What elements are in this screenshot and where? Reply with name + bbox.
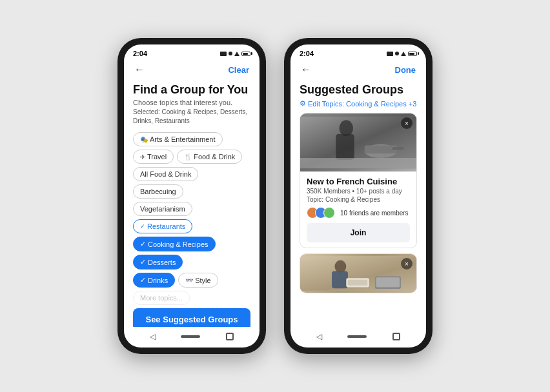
chip-restaurants-label: Restaurants — [147, 222, 185, 230]
check-icon-cooking: ✓ — [140, 240, 146, 248]
group-card-image-2: × — [300, 254, 416, 293]
done-button[interactable]: Done — [395, 65, 416, 75]
selected-text: Selected: Cooking & Recipes, Desserts, D… — [133, 108, 250, 126]
chip-travel-label: Travel — [147, 153, 167, 161]
status-bar-left: 2:04 — [124, 44, 260, 60]
nav-right: ← Done — [290, 60, 426, 79]
chip-row-4: Vegetarianism ✓ Restaurants — [133, 202, 250, 233]
signal-icon — [220, 52, 227, 56]
data-icon — [234, 52, 239, 56]
edit-topics[interactable]: ⚙ Edit Topics: Cooking & Recipes +3 — [300, 99, 417, 108]
check-icon-restaurants: ✓ — [140, 223, 145, 230]
back-button-right[interactable]: ← — [301, 64, 311, 75]
chip-arts[interactable]: 🎭 Arts & Entertainment — [133, 132, 223, 146]
page-subtitle-left: Choose topics that interest you. — [133, 99, 250, 106]
back-nav-icon[interactable]: ◁ — [150, 332, 156, 341]
svg-rect-5 — [365, 145, 397, 153]
chip-row-3: All Food & Drink Barbecuing — [133, 167, 250, 199]
svg-point-2 — [340, 120, 353, 136]
chip-style[interactable]: 👓 Style — [178, 273, 218, 288]
bottom-nav-left: ◁ — [124, 327, 260, 348]
gear-icon: ⚙ — [300, 99, 306, 108]
data-icon-r — [401, 52, 406, 56]
chip-desserts-label: Desserts — [148, 259, 176, 266]
nav-left: ← Clear — [124, 60, 260, 79]
svg-rect-6 — [392, 147, 404, 150]
svg-rect-3 — [336, 134, 354, 160]
chip-row-1: 🎭 Arts & Entertainment — [133, 132, 250, 146]
friends-row-1: 10 friends are members — [307, 207, 410, 219]
svg-rect-11 — [332, 271, 348, 288]
chip-all-food-label: All Food & Drink — [140, 170, 191, 178]
food-drink-icon: 🍴 — [184, 153, 192, 161]
back-nav-icon-r[interactable]: ◁ — [316, 332, 322, 341]
chip-all-food[interactable]: All Food & Drink — [133, 167, 198, 181]
chip-vegetarianism[interactable]: Vegetarianism — [133, 202, 192, 216]
chip-style-label: Style — [195, 277, 210, 284]
chip-drinks[interactable]: ✓ Drinks — [133, 273, 175, 288]
chip-row-6: ✓ Drinks 👓 Style — [133, 273, 250, 288]
chip-arts-label: Arts & Entertainment — [150, 135, 216, 143]
group-topic-1: Topic: Cooking & Recipes — [307, 196, 410, 203]
check-icon-drinks: ✓ — [140, 276, 146, 284]
back-button-left[interactable]: ← — [134, 64, 145, 75]
edit-topics-label: Edit Topics: Cooking & Recipes +3 — [308, 100, 416, 108]
phone-left: 2:04 ← Clear Find a Group for You Choo — [117, 38, 266, 354]
friend-avatars-1 — [307, 207, 332, 219]
chip-cooking[interactable]: ✓ Cooking & Recipes — [133, 237, 216, 251]
status-icons-right — [387, 52, 417, 56]
chip-row-more: More topics... — [133, 291, 250, 305]
chip-more: More topics... — [133, 291, 190, 305]
see-suggested-button[interactable]: See Suggested Groups — [133, 308, 250, 327]
style-icon: 👓 — [185, 277, 193, 284]
chip-restaurants[interactable]: ✓ Restaurants — [133, 219, 192, 233]
bottom-nav-right: ◁ — [290, 327, 426, 348]
dismiss-button-2[interactable]: × — [401, 258, 412, 270]
suggested-title: Suggested Groups — [300, 83, 417, 97]
signal-icon-r — [387, 52, 393, 56]
svg-rect-7 — [300, 158, 416, 168]
home-nav-icon[interactable] — [181, 335, 200, 338]
chip-food-drink[interactable]: 🍴 Food & Drink — [177, 150, 242, 164]
chip-barbecuing[interactable]: Barbecuing — [133, 184, 183, 199]
group-card-body-1: New to French Cuisine 350K Members • 10+… — [300, 172, 416, 248]
friend-avatar-3 — [323, 207, 335, 219]
scene: 2:04 ← Clear Find a Group for You Choo — [0, 0, 550, 392]
home-nav-icon-r[interactable] — [347, 335, 367, 338]
chip-desserts[interactable]: ✓ Desserts — [133, 255, 183, 270]
content-left: Find a Group for You Choose topics that … — [124, 79, 260, 327]
travel-icon: ✈ — [140, 153, 145, 161]
chip-barbecuing-label: Barbecuing — [140, 188, 176, 195]
page-title-left: Find a Group for You — [133, 83, 250, 97]
battery-icon-r — [408, 52, 417, 56]
phone-right: 2:04 ← Done Suggested Groups — [284, 38, 433, 354]
recents-nav-icon-r[interactable] — [392, 333, 400, 340]
group-name-1: New to French Cuisine — [307, 177, 410, 186]
chip-row-2: ✈ Travel 🍴 Food & Drink — [133, 150, 250, 164]
time-right: 2:04 — [300, 50, 314, 57]
svg-rect-15 — [376, 277, 400, 287]
chip-cooking-label: Cooking & Recipes — [148, 240, 209, 248]
chip-more-label: More topics... — [140, 294, 183, 302]
cooking-image-2-svg — [300, 254, 416, 293]
friends-text-1: 10 friends are members — [340, 210, 409, 217]
dismiss-button-1[interactable]: × — [401, 117, 412, 129]
chip-food-drink-label: Food & Drink — [194, 153, 235, 161]
group-card-1: × New to French Cuisine 350K Members • 1… — [300, 113, 417, 248]
status-bar-right: 2:04 — [290, 44, 426, 60]
content-right: Suggested Groups ⚙ Edit Topics: Cooking … — [290, 79, 426, 327]
group-card-image-1: × — [300, 113, 416, 172]
join-button-1[interactable]: Join — [307, 223, 410, 242]
arts-icon: 🎭 — [140, 136, 148, 143]
wifi-icon — [229, 52, 232, 55]
chip-vegetarianism-label: Vegetarianism — [140, 205, 185, 213]
cooking-image-svg — [300, 113, 416, 172]
clear-button[interactable]: Clear — [228, 65, 249, 75]
chip-travel[interactable]: ✈ Travel — [133, 150, 174, 164]
status-icons-left — [220, 52, 250, 56]
group-meta-1: 350K Members • 10+ posts a day — [307, 188, 410, 195]
check-icon-desserts: ✓ — [140, 258, 146, 266]
svg-rect-13 — [348, 280, 367, 286]
svg-point-10 — [334, 260, 346, 273]
recents-nav-icon[interactable] — [226, 333, 234, 340]
